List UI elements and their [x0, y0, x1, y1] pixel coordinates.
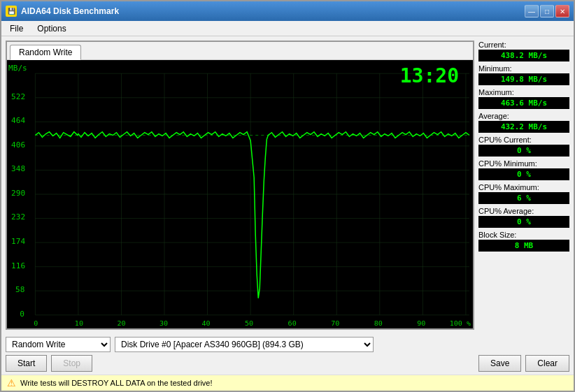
x-label-90: 90	[417, 319, 425, 327]
y-label-348: 348	[11, 165, 25, 174]
y-label-174: 174	[11, 237, 25, 246]
y-label-mbps: MB/s	[8, 64, 27, 73]
cpu-minimum-label: CPU% Minimum:	[478, 159, 569, 168]
average-value: 432.2 MB/s	[478, 121, 569, 133]
x-label-40: 40	[202, 319, 211, 327]
y-label-522: 522	[11, 92, 25, 101]
cpu-average-value: 0 %	[478, 216, 569, 228]
x-label-60: 60	[288, 319, 297, 327]
y-label-232: 232	[11, 213, 25, 222]
y-label-464: 464	[11, 116, 25, 125]
menu-options[interactable]: Options	[31, 22, 71, 35]
title-bar: 💾 AIDA64 Disk Benchmark — □ ✕	[1, 1, 574, 21]
x-label-10: 10	[75, 319, 83, 327]
tab-random-write[interactable]: Random Write	[10, 45, 81, 60]
cpu-maximum-label: CPU% Maximum:	[478, 183, 569, 191]
title-bar-left: 💾 AIDA64 Disk Benchmark	[6, 6, 119, 17]
warning-text: Write tests will DESTROY ALL DATA on the…	[20, 379, 213, 387]
main-window: 💾 AIDA64 Disk Benchmark — □ ✕ File Optio…	[0, 0, 575, 392]
save-button[interactable]: Save	[478, 355, 521, 372]
x-label-0: 0	[34, 319, 38, 327]
y-label-0: 0	[20, 310, 24, 319]
bottom-controls: Random Write Sequential Write Random Rea…	[1, 334, 574, 375]
block-size-value: 8 MB	[478, 240, 569, 252]
x-label-20: 20	[117, 319, 125, 327]
chart-svg: MB/s 522 464 406 348 290 232 174 116 58 …	[7, 60, 473, 328]
y-label-116: 116	[11, 261, 25, 270]
current-value: 438.2 MB/s	[478, 50, 569, 61]
minimum-value: 149.8 MB/s	[478, 73, 569, 85]
chart-area: Random Write 13:20	[6, 41, 474, 330]
window-title: AIDA64 Disk Benchmark	[21, 6, 119, 16]
warning-icon: ⚠	[7, 377, 16, 389]
minimum-label: Minimum:	[478, 64, 569, 73]
minimize-button[interactable]: —	[525, 5, 539, 17]
y-label-58: 58	[15, 285, 24, 294]
y-label-406: 406	[11, 140, 25, 150]
x-label-30: 30	[159, 319, 168, 327]
y-label-290: 290	[11, 189, 25, 198]
tab-bar: Random Write	[7, 42, 473, 60]
right-panel: Current: 438.2 MB/s Minimum: 149.8 MB/s …	[478, 41, 569, 330]
stat-minimum: Minimum: 149.8 MB/s	[478, 64, 569, 85]
stat-cpu-average: CPU% Average: 0 %	[478, 207, 569, 228]
cpu-minimum-value: 0 %	[478, 168, 569, 180]
x-label-50: 50	[245, 319, 253, 327]
maximum-value: 463.6 MB/s	[478, 97, 569, 109]
menu-bar: File Options	[1, 21, 574, 36]
stat-average: Average: 432.2 MB/s	[478, 112, 569, 133]
x-label-70: 70	[331, 319, 339, 327]
block-size-label: Block Size:	[478, 231, 569, 239]
disk-select[interactable]: Disk Drive #0 [Apacer AS340 960GB] (894.…	[115, 337, 374, 352]
stat-current: Current: 438.2 MB/s	[478, 41, 569, 61]
stat-cpu-minimum: CPU% Minimum: 0 %	[478, 159, 569, 180]
x-label-100: 100 %	[450, 319, 471, 327]
stat-cpu-current: CPU% Current: 0 %	[478, 136, 569, 157]
controls-right: Save Clear	[478, 355, 569, 372]
chart-canvas: 13:20	[7, 60, 473, 328]
app-icon: 💾	[6, 6, 17, 17]
clear-button[interactable]: Clear	[525, 355, 569, 372]
main-content: Random Write 13:20	[1, 36, 574, 334]
stat-maximum: Maximum: 463.6 MB/s	[478, 88, 569, 109]
cpu-maximum-value: 6 %	[478, 192, 569, 204]
current-label: Current:	[478, 41, 569, 49]
stop-button[interactable]: Stop	[51, 355, 92, 372]
test-type-select[interactable]: Random Write Sequential Write Random Rea…	[6, 337, 111, 352]
menu-file[interactable]: File	[4, 22, 29, 35]
controls-row1: Random Write Sequential Write Random Rea…	[6, 337, 569, 352]
maximize-button[interactable]: □	[540, 5, 554, 17]
chart-time: 13:20	[400, 64, 459, 87]
cpu-current-value: 0 %	[478, 145, 569, 157]
start-button[interactable]: Start	[6, 355, 47, 372]
warning-bar: ⚠ Write tests will DESTROY ALL DATA on t…	[1, 375, 574, 391]
cpu-average-label: CPU% Average:	[478, 207, 569, 215]
x-label-80: 80	[374, 319, 383, 327]
controls-row2: Start Stop Save Clear	[6, 355, 569, 372]
controls-left: Start Stop	[6, 355, 92, 372]
cpu-current-label: CPU% Current:	[478, 136, 569, 144]
stat-block-size: Block Size: 8 MB	[478, 231, 569, 252]
close-button[interactable]: ✕	[555, 5, 569, 17]
stat-cpu-maximum: CPU% Maximum: 6 %	[478, 183, 569, 204]
title-controls: — □ ✕	[525, 5, 569, 17]
average-label: Average:	[478, 112, 569, 120]
maximum-label: Maximum:	[478, 88, 569, 96]
